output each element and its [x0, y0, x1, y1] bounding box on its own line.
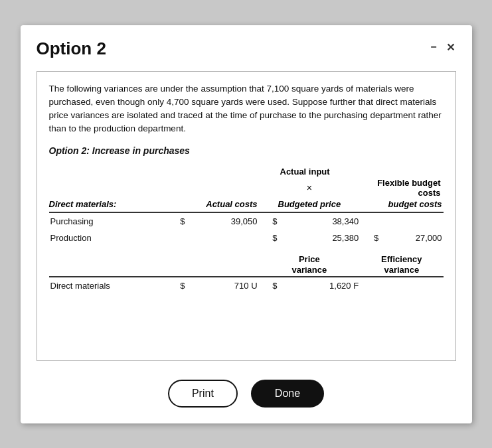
done-button[interactable]: Done	[251, 380, 324, 408]
price-variance-sub: variance	[291, 265, 327, 275]
total-row: Direct materials $ 710 U $ 1,620 F	[49, 277, 444, 294]
print-button[interactable]: Print	[168, 380, 238, 408]
window-controls: − ✕	[429, 41, 455, 54]
dollar3: $	[360, 230, 380, 246]
flexible-col-header: Flexible budget costs	[360, 178, 443, 199]
total-dollar1: $	[167, 277, 187, 294]
price-variance-label: Price	[299, 254, 320, 264]
title-bar: Option 2 − ✕	[37, 38, 456, 59]
table-row: Purchasing $ 39,050 $ 38,340	[49, 212, 444, 230]
table-row: Production $ 25,380 $ 27,000	[49, 230, 444, 246]
row-label: Production	[49, 230, 167, 246]
dollar3	[360, 212, 380, 230]
x-row: × Flexible budget costs	[49, 178, 444, 199]
dollar1	[167, 230, 187, 246]
actual-input-label: Actual input	[167, 167, 444, 178]
efficiency-variance-label: Efficiency	[381, 254, 422, 264]
dollar1: $	[167, 212, 187, 230]
total-value1: 710 U	[187, 277, 259, 294]
x-symbol: ×	[307, 183, 312, 193]
window-title: Option 2	[37, 38, 106, 59]
value3: 27,000	[380, 230, 443, 246]
description-text: The following variances are under the as…	[49, 82, 444, 136]
dollar2: $	[259, 212, 279, 230]
actual-input-row: Actual input	[49, 167, 444, 178]
close-button[interactable]: ✕	[445, 41, 456, 54]
value2: 25,380	[279, 230, 361, 246]
table-container: Actual input × Flexible budget costs D	[49, 167, 444, 295]
value2: 38,340	[279, 212, 361, 230]
content-box: The following variances are under the as…	[37, 71, 456, 361]
total-dollar2: $	[259, 277, 279, 294]
efficiency-variance-sub: variance	[384, 265, 419, 275]
main-window: Option 2 − ✕ The following variances are…	[21, 25, 472, 423]
col2-label: Actual costs	[167, 199, 259, 212]
value1: 39,050	[187, 212, 259, 230]
option-heading: Option 2: Increase in purchases	[49, 145, 444, 156]
col4-label-bottom: budget costs	[360, 199, 443, 212]
col1-label: Direct materials:	[49, 199, 167, 212]
row-label: Purchasing	[49, 212, 167, 230]
value1	[187, 230, 259, 246]
value3	[380, 212, 443, 230]
minimize-button[interactable]: −	[429, 41, 438, 53]
total-value2: 1,620 F	[279, 277, 361, 294]
data-table: Actual input × Flexible budget costs D	[49, 167, 444, 295]
dollar2: $	[259, 230, 279, 246]
col-labels-row: Direct materials: Actual costs Budgeted …	[49, 199, 444, 212]
footer: Print Done	[37, 380, 456, 408]
total-label: Direct materials	[49, 277, 167, 294]
col3-label: Budgeted price	[259, 199, 361, 212]
variance-header-row: Price variance Efficiency variance	[49, 246, 444, 277]
